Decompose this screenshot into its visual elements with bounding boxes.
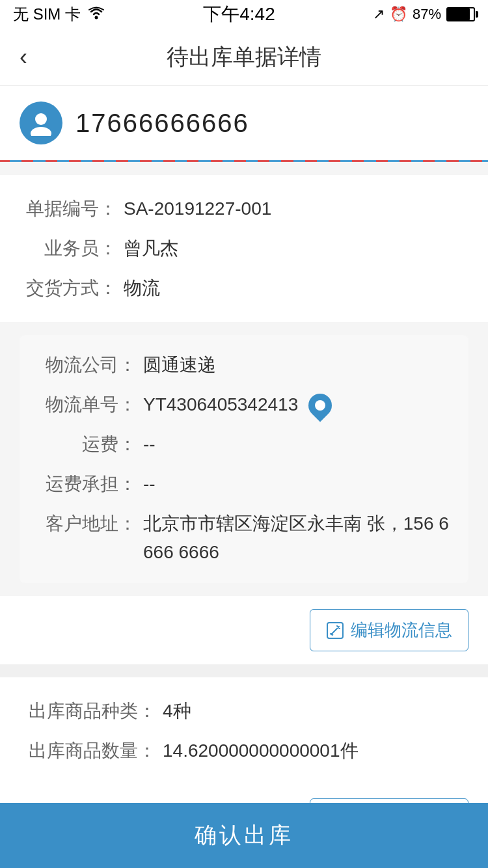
tracking-label: 物流单号： bbox=[39, 390, 137, 420]
delivery-label: 交货方式： bbox=[20, 274, 117, 303]
goods-quantity-value: 14.620000000000001件 bbox=[163, 737, 468, 766]
goods-quantity-label: 出库商品数量： bbox=[20, 737, 156, 766]
user-header: 17666666666 bbox=[0, 86, 488, 162]
logistics-card: 物流公司： 圆通速递 物流单号： YT4306405342413 运费： -- … bbox=[20, 335, 468, 583]
svg-point-0 bbox=[95, 16, 98, 20]
order-no-value: SA-20191227-001 bbox=[124, 195, 468, 224]
battery-percent: 87% bbox=[413, 6, 441, 23]
order-no-label: 单据编号： bbox=[20, 195, 117, 224]
back-button[interactable]: ‹ bbox=[20, 37, 40, 77]
status-left: 无 SIM 卡 bbox=[13, 4, 105, 25]
svg-point-1 bbox=[35, 113, 47, 125]
edit-logistics-button[interactable]: 编辑物流信息 bbox=[310, 609, 468, 651]
location-icon[interactable] bbox=[304, 388, 337, 422]
freight-bear-row: 运费承担： -- bbox=[39, 470, 449, 499]
goods-quantity-row: 出库商品数量： 14.620000000000001件 bbox=[20, 737, 468, 766]
freight-value: -- bbox=[143, 430, 449, 459]
carrier-label: 无 SIM 卡 bbox=[13, 4, 81, 25]
user-avatar bbox=[20, 102, 62, 144]
alarm-icon: ⏰ bbox=[390, 6, 407, 23]
freight-label: 运费： bbox=[39, 430, 137, 459]
edit-logistics-row: 编辑物流信息 bbox=[0, 596, 488, 664]
tracking-value: YT4306405342413 bbox=[143, 390, 449, 420]
goods-types-row: 出库商品种类： 4种 bbox=[20, 697, 468, 726]
freight-row: 运费： -- bbox=[39, 430, 449, 459]
salesman-row: 业务员： 曾凡杰 bbox=[20, 234, 468, 264]
section-divider bbox=[0, 664, 488, 677]
location-status-icon: ↗ bbox=[373, 6, 385, 23]
status-bar: 无 SIM 卡 下午4:42 ↗ ⏰ 87% bbox=[0, 0, 488, 29]
goods-types-label: 出库商品种类： bbox=[20, 697, 156, 726]
status-right: ↗ ⏰ 87% bbox=[373, 6, 475, 23]
address-value: 北京市市辖区海淀区永丰南 张，156 6666 6666 bbox=[143, 509, 449, 568]
tracking-row: 物流单号： YT4306405342413 bbox=[39, 390, 449, 420]
delivery-row: 交货方式： 物流 bbox=[20, 274, 468, 303]
salesman-label: 业务员： bbox=[20, 234, 117, 264]
battery-icon bbox=[446, 7, 475, 21]
company-row: 物流公司： 圆通速递 bbox=[39, 351, 449, 380]
company-label: 物流公司： bbox=[39, 351, 137, 380]
goods-section: 出库商品种类： 4种 出库商品数量： 14.620000000000001件 bbox=[0, 677, 488, 785]
confirm-button-bar[interactable]: 确认出库 bbox=[0, 803, 488, 868]
user-phone: 17666666666 bbox=[75, 109, 249, 138]
delivery-value: 物流 bbox=[124, 274, 468, 303]
nav-bar: ‹ 待出库单据详情 bbox=[0, 29, 488, 86]
company-value: 圆通速递 bbox=[143, 351, 449, 380]
wifi-icon bbox=[87, 5, 105, 23]
salesman-value: 曾凡杰 bbox=[124, 234, 468, 264]
confirm-button-label: 确认出库 bbox=[195, 821, 293, 850]
basic-info-section: 单据编号： SA-20191227-001 业务员： 曾凡杰 交货方式： 物流 bbox=[0, 175, 488, 322]
address-row: 客户地址： 北京市市辖区海淀区永丰南 张，156 6666 6666 bbox=[39, 509, 449, 568]
page-title: 待出库单据详情 bbox=[167, 42, 321, 72]
address-label: 客户地址： bbox=[39, 509, 137, 539]
freight-bear-label: 运费承担： bbox=[39, 470, 137, 499]
edit-logistics-label: 编辑物流信息 bbox=[351, 619, 452, 642]
edit-icon bbox=[326, 621, 344, 640]
goods-types-value: 4种 bbox=[163, 697, 468, 726]
status-time: 下午4:42 bbox=[203, 2, 275, 27]
freight-bear-value: -- bbox=[143, 470, 449, 499]
svg-point-2 bbox=[31, 127, 51, 136]
order-no-row: 单据编号： SA-20191227-001 bbox=[20, 195, 468, 224]
